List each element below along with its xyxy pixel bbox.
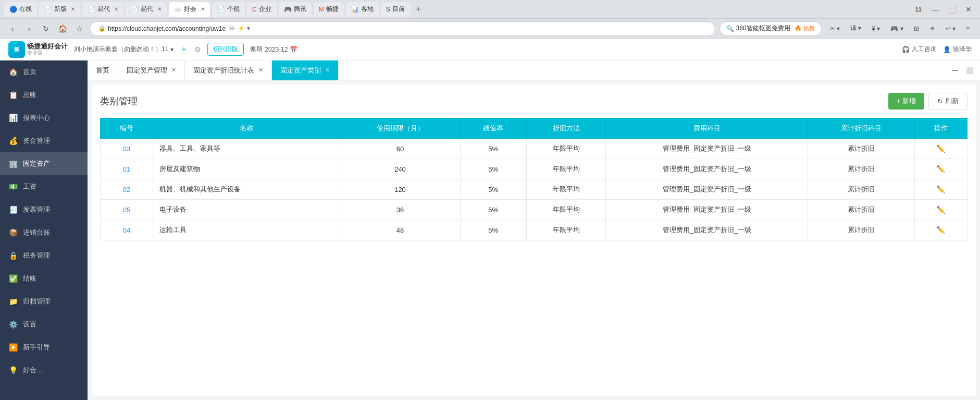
browser-tab-yidai2[interactable]: 📄 易代 ✕	[126, 2, 167, 17]
site-info-icon: ⊞	[230, 25, 234, 32]
sidebar-item-reports[interactable]: 📊 报表中心	[0, 106, 88, 129]
tab-category[interactable]: 固定资产类别 ✕	[272, 60, 339, 80]
address-input[interactable]: 🔒 https://cloud.chanjet.com/accounting/u…	[90, 21, 715, 36]
close-icon[interactable]: ✕	[114, 6, 118, 12]
cut-btn[interactable]: ✂ ▾	[826, 24, 844, 33]
tab-label: 个税	[227, 5, 240, 14]
menu-btn[interactable]: ≡	[962, 24, 974, 33]
close-icon[interactable]: ✕	[171, 67, 176, 74]
sidebar-item-funds[interactable]: 💰 资金管理	[0, 129, 88, 152]
browser-tab-yidai1[interactable]: 📄 易代 ✕	[82, 2, 123, 17]
cell-code[interactable]: 05	[101, 200, 153, 220]
add-button[interactable]: + 新增	[888, 93, 924, 110]
tab-expand-btn[interactable]: ⬜	[963, 64, 976, 77]
browser-tab-muqian[interactable]: S 目前	[381, 2, 410, 17]
sidebar-item-archive[interactable]: 📁 归档管理	[0, 290, 88, 313]
close-icon[interactable]: ✕	[157, 6, 162, 12]
sidebar-item-payroll[interactable]: 💵 工资	[0, 175, 88, 198]
edit-icon[interactable]: ✏️	[936, 205, 945, 214]
close-icon[interactable]: ✕	[258, 67, 263, 74]
calendar-icon[interactable]: 📅	[290, 46, 297, 53]
grid-btn[interactable]: ⊞	[910, 24, 923, 33]
maximize-button[interactable]: ⬜	[945, 2, 959, 17]
tab-depreciation[interactable]: 固定资产折旧统计表 ✕	[185, 60, 272, 80]
refresh-label: 刷新	[945, 96, 959, 106]
browser-tab-qiye[interactable]: C 企业	[247, 2, 277, 17]
tab-home[interactable]: 首页	[88, 60, 118, 80]
dropdown-arrow: ▾	[170, 46, 173, 53]
reload-button[interactable]: ↻	[40, 22, 52, 35]
wallet-btn[interactable]: ¥ ▾	[867, 24, 884, 33]
cell-action: ✏️	[914, 220, 967, 240]
close-icon[interactable]: ✕	[201, 6, 205, 12]
tax-icon: 🔒	[8, 251, 18, 260]
close-icon[interactable]: ✕	[71, 6, 75, 12]
sidebar-item-assets[interactable]: 🏢 固定资产	[0, 152, 88, 175]
period-info: 账期 2023-12 📅	[250, 45, 297, 54]
brightness-btn[interactable]: ☀	[925, 24, 939, 33]
add-account-btn[interactable]: ＋	[180, 44, 188, 55]
edit-icon[interactable]: ✏️	[936, 165, 945, 173]
tab-label: 首页	[96, 66, 109, 75]
edit-icon[interactable]: ✏️	[936, 144, 945, 153]
settings-btn[interactable]: ⚙	[194, 45, 201, 54]
lock-icon: 🔒	[98, 25, 106, 32]
tab-count-badge[interactable]: 11	[911, 5, 926, 14]
table-header: 编号 名称 使用期限（月） 残值率 折旧方法 费用科目 累计折旧科目 操作	[101, 118, 967, 139]
cell-code[interactable]: 04	[101, 220, 153, 240]
tab-label: 固定资产折旧统计表	[193, 66, 254, 75]
cell-months: 36	[340, 200, 460, 220]
browser-tab-new[interactable]: 📄 新版 ✕	[39, 2, 80, 17]
bookmark-button[interactable]: ☆	[73, 22, 85, 35]
reports-icon: 📊	[8, 113, 18, 123]
switch-version-button[interactable]: 切到旧版	[207, 43, 244, 56]
browser-tab-haohui[interactable]: ☁️ 好会 ✕	[169, 2, 210, 17]
edit-icon[interactable]: ✏️	[936, 226, 945, 234]
table-row: 03 器具、工具、家具等 60 5% 年限平均 管理费用_固定资产折旧_一级 累…	[101, 139, 967, 159]
sidebar-label: 总账	[23, 90, 36, 100]
browser-tab-gedi[interactable]: 📊 各地	[346, 2, 379, 17]
sidebar-item-settle[interactable]: ✅ 结账	[0, 267, 88, 290]
home-button[interactable]: 🏠	[56, 22, 69, 35]
bookmark-star[interactable]: ⚡	[238, 25, 245, 32]
back-button[interactable]: ‹	[6, 22, 19, 35]
close-window-button[interactable]: ✕	[961, 2, 976, 17]
edit-icon[interactable]: ✏️	[936, 185, 945, 193]
expand-icon[interactable]: ▾	[247, 25, 250, 32]
sidebar-label: 资金管理	[23, 136, 50, 146]
sidebar-item-ledger[interactable]: 📋 总账	[0, 83, 88, 106]
user-profile[interactable]: 👤 徐泽华	[943, 45, 972, 54]
cell-name: 器具、工具、家具等	[153, 139, 340, 159]
search-bar[interactable]: 🔍 360智能抠图免费用 🔥 热搜	[720, 21, 822, 36]
browser-tab-changjie[interactable]: M 畅捷	[314, 2, 344, 17]
sidebar-item-guide[interactable]: ▶️ 新手引导	[0, 336, 88, 359]
tab-minimize-btn[interactable]: —	[949, 64, 961, 77]
sidebar-item-inventory[interactable]: 📦 进销台账	[0, 221, 88, 244]
cell-months: 60	[340, 139, 460, 159]
tab-asset-mgmt[interactable]: 固定资产管理 ✕	[118, 60, 185, 80]
refresh-button[interactable]: ↻ 刷新	[928, 93, 967, 110]
new-tab-btn[interactable]: ＋	[414, 4, 423, 15]
sidebar-item-settings[interactable]: ⚙️ 设置	[0, 313, 88, 336]
translate-btn[interactable]: 译 ▾	[846, 23, 865, 34]
user-account-selector[interactable]: 刘小艳演示账套（勿删勿动！）11 ▾	[74, 45, 173, 54]
cell-code[interactable]: 01	[101, 159, 153, 179]
sidebar-label: 报表中心	[23, 113, 50, 123]
cell-code[interactable]: 02	[101, 179, 153, 200]
close-icon[interactable]: ✕	[325, 67, 330, 74]
game-btn[interactable]: 🎮 ▾	[886, 24, 907, 33]
browser-tab-online[interactable]: 🔵 在线	[4, 2, 37, 17]
customer-service-btn[interactable]: 🎧 人工咨询	[902, 45, 937, 54]
browser-tab-tengxun[interactable]: 🎮 腾讯	[279, 2, 312, 17]
cell-accum-subject: 累计折旧	[808, 139, 914, 159]
sidebar-item-tax[interactable]: 🔒 税务管理	[0, 244, 88, 267]
undo-btn[interactable]: ↩ ▾	[941, 24, 960, 33]
sidebar-item-invoice[interactable]: 🧾 发票管理	[0, 198, 88, 221]
sidebar-item-home[interactable]: 🏠 首页	[0, 60, 88, 83]
col-accum-subject: 累计折旧科目	[808, 118, 914, 139]
forward-button[interactable]: ›	[23, 22, 35, 35]
sidebar-item-other[interactable]: 💡 好合...	[0, 359, 88, 382]
browser-tab-gesui[interactable]: 📄 个税	[212, 2, 245, 17]
cell-code[interactable]: 03	[101, 139, 153, 159]
minimize-button[interactable]: —	[928, 2, 942, 17]
